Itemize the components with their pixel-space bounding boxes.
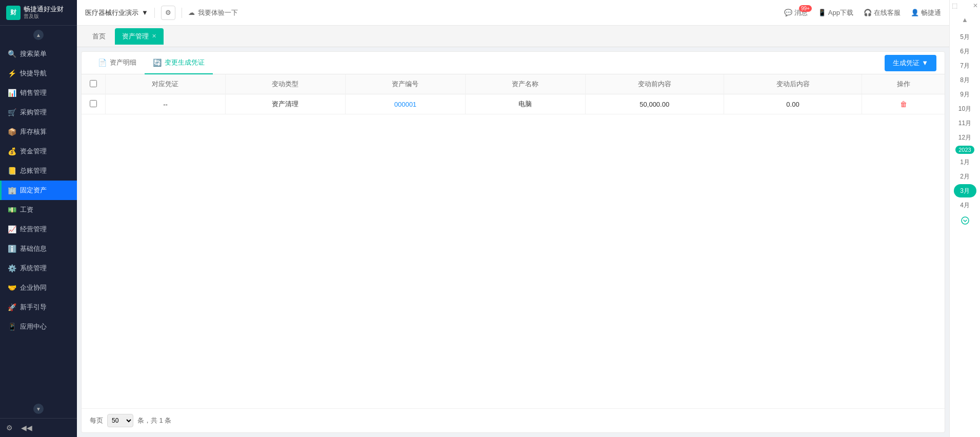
purchase-label: 采购管理 — [20, 108, 47, 117]
calendar-close-btn[interactable]: ✕ — [973, 2, 978, 9]
sidebar-item-quick-nav[interactable]: ⚡ 快捷导航 — [0, 64, 77, 83]
asset-detail-label: 资产明细 — [110, 58, 136, 67]
guide-icon: 🚀 — [8, 303, 16, 311]
message-btn[interactable]: 💬 消息 99+ — [784, 8, 808, 17]
subtab-asset-detail[interactable]: 📄 资产明细 — [90, 52, 145, 74]
sidebar-item-system[interactable]: ⚙️ 系统管理 — [0, 259, 77, 278]
year-badge-2023[interactable]: 2023 — [955, 146, 974, 154]
calendar-month-5[interactable]: 5月 — [954, 30, 976, 44]
app-download-btn[interactable]: 📱 App下载 — [818, 8, 853, 17]
company-selector[interactable]: 医疗器械行业演示 ▼ — [85, 8, 148, 17]
tab-home[interactable]: 首页 — [85, 28, 113, 45]
topbar-divider — [154, 8, 155, 18]
app-download-label: App下载 — [828, 8, 853, 17]
experience-btn[interactable]: ☁ 我要体验一下 — [188, 8, 238, 17]
tab-asset-management[interactable]: 资产管理 ✕ — [115, 28, 164, 45]
fixed-assets-icon: 🏢 — [8, 186, 16, 194]
th-select — [82, 74, 106, 94]
sidebar-item-guide[interactable]: 🚀 新手引导 — [0, 297, 77, 317]
search-label: 搜索菜单 — [20, 49, 47, 58]
table-header-row: 对应凭证 变动类型 资产编号 资产名称 变动前内容 变动后内容 操作 — [82, 74, 945, 94]
payroll-icon: 💵 — [8, 206, 16, 214]
sidebar-item-ledger[interactable]: 📒 总账管理 — [0, 161, 77, 181]
sidebar-item-payroll[interactable]: 💵 工资 — [0, 200, 77, 220]
search-icon: 🔍 — [8, 50, 16, 58]
tabbar: 首页 资产管理 ✕ — [77, 26, 949, 47]
sidebar-scroll-up-btn[interactable]: ▲ — [33, 30, 44, 40]
delete-btn[interactable]: 🗑 — [900, 100, 907, 108]
topbar-divider2 — [182, 8, 182, 18]
select-all-checkbox[interactable] — [90, 80, 97, 87]
sidebar-item-enterprise[interactable]: 🤝 企业协同 — [0, 278, 77, 297]
calendar-month-8[interactable]: 8月 — [954, 73, 976, 87]
sidebar-menu: 📊 销售管理 🛒 采购管理 📦 库存核算 💰 资金管理 📒 总账管理 🏢 固定资… — [0, 83, 77, 400]
calendar-scroll-up-btn[interactable]: ▲ — [959, 13, 971, 26]
user-avatar-btn[interactable]: 👤 畅捷通 — [911, 8, 941, 17]
total-label: 条，共 1 条 — [137, 416, 171, 425]
operations-icon: 📈 — [8, 225, 16, 233]
topbar: 医疗器械行业演示 ▼ ⚙ ☁ 我要体验一下 💬 消息 99+ 📱 App下载 🎧 — [77, 0, 949, 26]
sidebar-item-inventory[interactable]: 📦 库存核算 — [0, 122, 77, 142]
tab-close-btn[interactable]: ✕ — [152, 33, 156, 39]
th-action: 操作 — [862, 74, 945, 94]
sidebar-item-finance[interactable]: 💰 资金管理 — [0, 142, 77, 161]
th-asset-name: 资产名称 — [465, 74, 585, 94]
row-asset-name: 电脑 — [465, 94, 585, 114]
row-action: 🗑 — [862, 94, 945, 114]
calendar-month-12[interactable]: 12月 — [954, 131, 976, 144]
asset-detail-icon: 📄 — [98, 58, 107, 67]
settings-icon[interactable]: ⚙ — [6, 424, 13, 432]
calendar-month-7[interactable]: 7月 — [954, 59, 976, 72]
calendar-month-6[interactable]: 6月 — [954, 45, 976, 58]
mobile-icon: 📱 — [818, 9, 826, 16]
calendar-month-1[interactable]: 1月 — [954, 155, 976, 169]
gear-button[interactable]: ⚙ — [161, 6, 175, 20]
customer-service-btn[interactable]: 🎧 在线客服 — [864, 8, 901, 17]
generate-voucher-btn[interactable]: 生成凭证 ▼ — [885, 55, 936, 71]
th-after-change: 变动后内容 — [724, 74, 862, 94]
th-voucher: 对应凭证 — [106, 74, 226, 94]
sidebar-item-apps[interactable]: 📱 应用中心 — [0, 317, 77, 336]
enterprise-icon: 🤝 — [8, 284, 16, 292]
calendar-expand-btn[interactable]: ⬚ — [952, 2, 957, 9]
calendar-month-2[interactable]: 2月 — [954, 170, 976, 183]
gear-icon: ⚙ — [165, 9, 171, 16]
calendar-scroll-down-btn[interactable] — [959, 214, 971, 227]
logo-sub: 普及版 — [24, 13, 64, 20]
sales-icon: 📊 — [8, 89, 16, 97]
sidebar-scroll-down-btn[interactable]: ▼ — [33, 404, 44, 414]
finance-label: 资金管理 — [20, 147, 47, 156]
system-icon: ⚙️ — [8, 264, 16, 272]
calendar-month-9[interactable]: 9月 — [954, 88, 976, 101]
customer-service-label: 在线客服 — [874, 8, 901, 17]
sidebar-item-basic-info[interactable]: ℹ️ 基础信息 — [0, 239, 77, 259]
data-table: 对应凭证 变动类型 资产编号 资产名称 变动前内容 变动后内容 操作 — [82, 74, 945, 114]
sidebar-item-sales[interactable]: 📊 销售管理 — [0, 83, 77, 103]
payroll-label: 工资 — [20, 205, 33, 214]
sidebar-logo: 财 畅捷通好业财 普及版 — [0, 0, 77, 26]
svg-point-0 — [962, 217, 969, 224]
subtab-change-voucher[interactable]: 🔄 变更生成凭证 — [145, 52, 213, 74]
guide-label: 新手引导 — [20, 303, 47, 312]
operations-label: 经营管理 — [20, 225, 47, 234]
ledger-icon: 📒 — [8, 167, 16, 175]
calendar-month-3[interactable]: 3月 — [954, 184, 976, 197]
sidebar-item-fixed-assets[interactable]: 🏢 固定资产 — [0, 181, 77, 200]
row-checkbox[interactable] — [90, 100, 97, 107]
sidebar-item-search[interactable]: 🔍 搜索菜单 — [0, 44, 77, 64]
per-page-label: 每页 — [90, 416, 103, 425]
per-page-select[interactable]: 50 20 100 — [107, 414, 133, 427]
basic-info-icon: ℹ️ — [8, 245, 16, 253]
quick-nav-icon: ⚡ — [8, 69, 16, 77]
quick-nav-label: 快捷导航 — [20, 69, 47, 78]
calendar-month-4[interactable]: 4月 — [954, 198, 976, 212]
collapse-icon[interactable]: ◀◀ — [21, 424, 32, 432]
user-label: 畅捷通 — [921, 8, 941, 17]
calendar-month-11[interactable]: 11月 — [954, 116, 976, 130]
sidebar-item-purchase[interactable]: 🛒 采购管理 — [0, 103, 77, 122]
calendar-month-10[interactable]: 10月 — [954, 102, 976, 115]
ledger-label: 总账管理 — [20, 166, 47, 175]
sidebar-item-operations[interactable]: 📈 经营管理 — [0, 220, 77, 239]
pagination: 每页 50 20 100 条，共 1 条 — [82, 408, 945, 432]
finance-icon: 💰 — [8, 147, 16, 155]
